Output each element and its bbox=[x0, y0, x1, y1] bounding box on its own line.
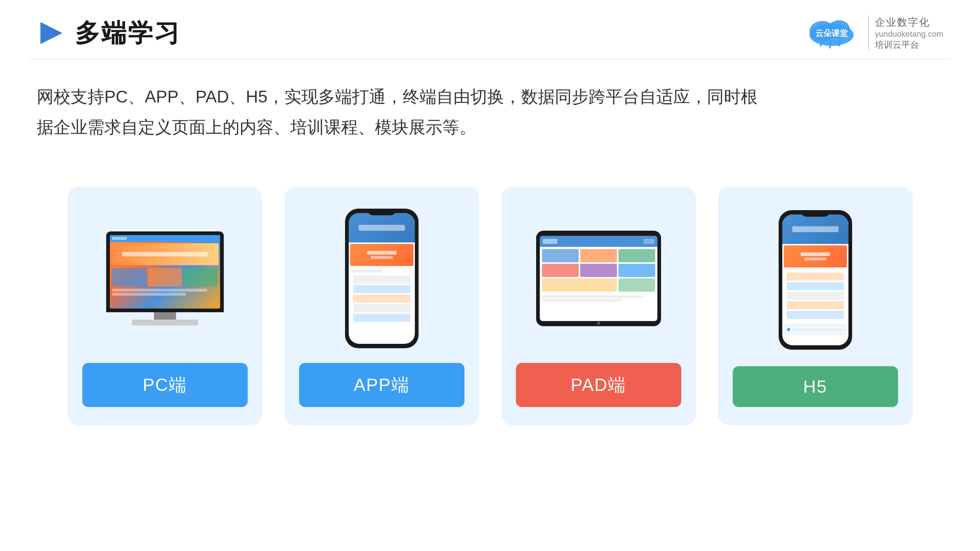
cards-area: PC端 bbox=[0, 165, 980, 448]
pad-card: PAD端 bbox=[501, 187, 696, 426]
cloud-logo-icon: 云朵课堂 bbox=[802, 15, 861, 51]
svg-text:云朵课堂: 云朵课堂 bbox=[815, 29, 848, 38]
tablet-mockup bbox=[536, 231, 661, 326]
logo-right: 云朵课堂 企业数字化 yunduoketang.com 培训云平台 bbox=[802, 15, 943, 51]
h5-btn[interactable]: H5 bbox=[733, 366, 898, 407]
app-btn[interactable]: APP端 bbox=[299, 363, 465, 407]
phone-mockup-app bbox=[345, 209, 418, 348]
pc-card: PC端 bbox=[68, 187, 262, 426]
h5-image-area bbox=[779, 209, 852, 351]
app-card: APP端 bbox=[285, 187, 479, 426]
pc-image-area bbox=[106, 209, 224, 348]
pad-btn[interactable]: PAD端 bbox=[516, 363, 681, 407]
h5-card: H5 bbox=[718, 187, 913, 426]
pad-image-area bbox=[536, 209, 661, 348]
logo-domain: yunduoketang.com bbox=[875, 29, 943, 39]
logo-sub: 培训云平台 bbox=[875, 39, 943, 51]
svg-marker-0 bbox=[40, 22, 62, 44]
phone-mockup-h5 bbox=[779, 210, 852, 350]
logo-left: 多端学习 bbox=[37, 16, 181, 50]
logo-brand: 企业数字化 bbox=[875, 16, 943, 29]
play-icon bbox=[37, 18, 66, 48]
app-image-area bbox=[345, 209, 418, 348]
page-title: 多端学习 bbox=[75, 16, 181, 50]
pc-mockup bbox=[106, 232, 224, 326]
description-text: 网校支持PC、APP、PAD、H5，实现多端打通，终端自由切换，数据同步跨平台自… bbox=[0, 59, 808, 157]
logo-text-block: 企业数字化 yunduoketang.com 培训云平台 bbox=[868, 16, 943, 51]
pc-btn[interactable]: PC端 bbox=[82, 363, 248, 407]
header: 多端学习 云朵课堂 企业数字化 yunduoketang.com 培训云平台 bbox=[0, 0, 980, 59]
